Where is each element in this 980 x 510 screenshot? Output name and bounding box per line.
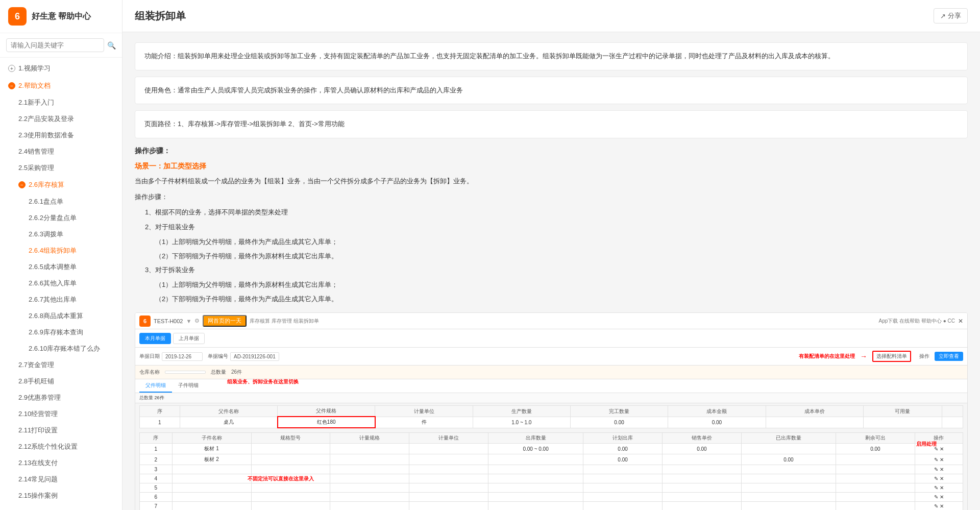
sidebar-item-2.6[interactable]: − 2.6库存核算 — [0, 176, 122, 193]
th-c-sale-price: 销售单价 — [662, 433, 741, 444]
sidebar-item-2.13[interactable]: 2.13在线支付 — [0, 455, 122, 471]
section-annotation: 组装业务、拆卸业务在这里切换 — [227, 378, 299, 385]
th-parent-name: 父件名称 — [180, 406, 277, 417]
logo-area: 6 好生意 帮助中心 — [0, 0, 122, 33]
count-val: 26件 — [231, 369, 242, 376]
th-c-spec: 规格型号 — [251, 433, 330, 444]
parent-table-container: 序 父件名称 父件规格 计量单位 生产数量 完工数量 成本金额 成本单价 可用量 — [135, 403, 967, 430]
subnav-btn-1[interactable]: 本月单据 — [139, 333, 171, 344]
count-label: 总数量 — [211, 369, 226, 376]
table-row: 5✎ ✕ — [140, 483, 963, 493]
td-c2-seq: 2 — [140, 454, 173, 465]
td-c2-name: 板材 2 — [172, 454, 251, 465]
th-cost-amt: 成本金额 — [668, 406, 766, 417]
th-c-plan: 计划出库 — [583, 433, 663, 444]
form-row-wrapper: 单据日期 2019-12-26 单据编号 AD-20191226-001 有装配… — [135, 348, 967, 510]
sidebar-item-2.15[interactable]: 2.15操作案例 — [0, 488, 122, 504]
td-c2-remain — [836, 454, 915, 465]
app-section-label: 总数量 26件 — [135, 393, 967, 403]
sidebar: 6 好生意 帮助中心 🔍 + 1.视频学习 − 2.帮助文档 2.1新手入门 2… — [0, 0, 122, 510]
sidebar-item-2.6.4[interactable]: 2.6.4组装拆卸单 — [0, 242, 122, 259]
share-label: 分享 — [948, 11, 961, 20]
th-prod-qty: 生产数量 — [473, 406, 570, 417]
tab-parent[interactable]: 父件明细 — [139, 379, 172, 393]
expand-icon-2.6: − — [18, 181, 26, 188]
table-row: 3✎ ✕ — [140, 465, 963, 474]
intro-box-1: 功能介绍：组装拆卸单用来处理企业组装或拆卸等加工业务，支持有固定装配清单的产品加… — [135, 42, 968, 70]
th-ops — [942, 406, 963, 417]
sidebar-item-2.6.1[interactable]: 2.6.1盘点单 — [0, 193, 122, 210]
sidebar-item-2.3[interactable]: 2.3使用前数据准备 — [0, 127, 122, 143]
td-row-ops — [942, 417, 963, 428]
table-row: 7✎ ✕ — [140, 502, 963, 510]
subnav-btn-2[interactable]: 上月单据 — [173, 333, 205, 344]
sidebar-item-2.6.6[interactable]: 2.6.6其他入库单 — [0, 275, 122, 292]
table-row: 6✎ ✕ — [140, 493, 963, 502]
app-logo-icon: 6 — [8, 7, 27, 26]
scene-title: 场景一：加工类型选择 — [135, 162, 968, 171]
share-icon: ↗ — [940, 12, 946, 20]
sidebar-item-2.12[interactable]: 2.12系统个性化设置 — [0, 439, 122, 455]
td-c1-outed — [741, 444, 836, 454]
sidebar-item-2.6.7[interactable]: 2.6.7其他出库单 — [0, 292, 122, 308]
step2-2: （2）下部明细为子件明细，最终作为原材料生成其它出库单。 — [135, 250, 968, 263]
main-area: 组装拆卸单 ↗ 分享 功能介绍：组装拆卸单用来处理企业组装或拆卸等加工业务，支持… — [122, 0, 980, 510]
code-label: 单据编号 — [208, 353, 228, 360]
nav-section: + 1.视频学习 − 2.帮助文档 2.1新手入门 2.2产品安装及登录 2.3… — [0, 58, 122, 506]
sidebar-item-2.14[interactable]: 2.14常见问题 — [0, 471, 122, 488]
search-input[interactable] — [6, 38, 104, 52]
sidebar-item-2.2[interactable]: 2.2产品安装及登录 — [0, 111, 122, 127]
active-annotation: 启用处理 — [916, 441, 937, 448]
step3-2: （2）下部明细为子件明细，最终作为产成品生成其它入库单。 — [135, 293, 968, 306]
app-topbar: 6 TEST-H002 ▼ ⚙ 网首页的一天 库存核算 库存管理 组装拆卸单 A… — [135, 313, 967, 329]
sidebar-item-2.4[interactable]: 2.4销售管理 — [0, 143, 122, 160]
child-table-wrapper: 序 子件名称 规格型号 计量规格 计量单位 出库数量 计划出库 销售单价 已出库 — [135, 430, 967, 510]
page-title: 组装拆卸单 — [135, 9, 186, 23]
sidebar-item-docs[interactable]: − 2.帮助文档 — [0, 77, 122, 94]
confirm-btn[interactable]: 立即查看 — [935, 352, 963, 361]
step3-1: （1）上部明细为父件明细，最终作为原材料生成其它出库单； — [135, 279, 968, 292]
td-c1-plan: 0.00 — [583, 444, 663, 454]
td-parent-name: 桌几 — [180, 417, 277, 428]
table-row: 2 板材 2 0.00 0.00 — [140, 454, 963, 465]
sidebar-item-2.6.9[interactable]: 2.6.9库存账本查询 — [0, 324, 122, 341]
sidebar-item-video[interactable]: + 1.视频学习 — [0, 60, 122, 77]
td-c2-ops: ✎ ✕ — [915, 454, 963, 465]
sidebar-item-2.10[interactable]: 2.10经营管理 — [0, 406, 122, 422]
warehouse-input[interactable] — [165, 371, 206, 374]
search-area: 🔍 — [0, 33, 122, 58]
table-row: 1 板材 1 0.00 ~ 0.00 0.00 0.00 — [140, 444, 963, 454]
nav-tag-btn[interactable]: 网首页的一天 — [203, 315, 247, 327]
share-button[interactable]: ↗ 分享 — [934, 8, 968, 23]
sidebar-item-2.6.8[interactable]: 2.6.8商品成本重算 — [0, 308, 122, 324]
intro-text-3: 页面路径：1、库存核算->库存管理->组装拆卸单 2、首页->常用功能 — [144, 118, 958, 131]
sidebar-item-2.7[interactable]: 2.7资金管理 — [0, 357, 122, 373]
sidebar-item-2.6.5[interactable]: 2.6.5成本调整单 — [0, 259, 122, 275]
search-button[interactable]: 🔍 — [107, 41, 116, 50]
date-input[interactable]: 2019-12-26 — [162, 352, 203, 361]
sidebar-item-2.8[interactable]: 2.8手机旺铺 — [0, 373, 122, 390]
sidebar-item-2.5[interactable]: 2.5采购管理 — [0, 160, 122, 176]
th-c-unit: 计量单位 — [409, 433, 488, 444]
sidebar-item-2.6.10[interactable]: 2.6.10库存账本错了么办 — [0, 341, 122, 357]
table-row: 1 桌几 红色180 件 1.0 ~ 1.0 0.00 0.00 — [140, 417, 963, 428]
close-icon[interactable]: ✕ — [958, 318, 963, 325]
code-input[interactable]: AD-20191226-001 — [230, 352, 279, 361]
sidebar-item-2.9[interactable]: 2.9优惠券管理 — [0, 390, 122, 406]
count-note: 总数量 26件 — [139, 395, 164, 401]
nav-label-2.6: 2.6库存核算 — [29, 180, 64, 189]
th-c-outed: 已出库数量 — [741, 433, 836, 444]
sidebar-item-2.6.2[interactable]: 2.6.2分量盘点单 — [0, 210, 122, 226]
warehouse-row: 仓库名称 总数量 26件 — [135, 366, 967, 379]
type-tabs-wrapper: 父件明细 子件明细 组装业务、拆卸业务在这里切换 — [135, 379, 967, 393]
sidebar-item-2.11[interactable]: 2.11打印设置 — [0, 422, 122, 439]
sidebar-item-2.1[interactable]: 2.1新手入门 — [0, 94, 122, 111]
expand-icon-video: + — [8, 65, 15, 72]
select-config-list[interactable]: 选择配料清单 — [872, 351, 911, 362]
td-c1-measure — [330, 444, 409, 454]
sidebar-item-2.6.3[interactable]: 2.6.3调拨单 — [0, 226, 122, 242]
td-c1-name: 板材 1 — [172, 444, 251, 454]
tab-child[interactable]: 子件明细 — [172, 379, 205, 393]
td-c2-plan: 0.00 — [583, 454, 663, 465]
td-c1-seq: 1 — [140, 444, 173, 454]
